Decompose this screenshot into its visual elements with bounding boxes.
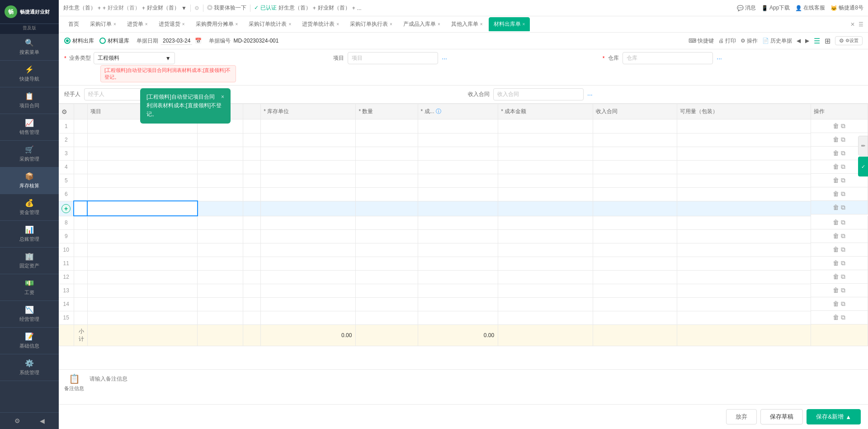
settings-gear[interactable]: ⚙ [194, 5, 199, 11]
save-new-button[interactable]: 保存&新增 ▲ [807, 409, 861, 424]
tab-close-material-out[interactable]: × [523, 22, 525, 27]
row-copy-btn[interactable]: ⧉ [841, 122, 845, 130]
row-copy-btn[interactable]: ⧉ [841, 136, 845, 143]
topbar-link-haoyecai[interactable]: + [103, 5, 106, 11]
tab-product-in[interactable]: 产成品入库单 × [398, 17, 445, 31]
topbar-link-gs2[interactable]: 好生意（首） [278, 4, 311, 12]
tab-list-btn[interactable]: ☰ [859, 21, 863, 28]
tab-close-purchase-stats[interactable]: × [288, 22, 291, 27]
warehouse-input[interactable]: 仓库 [623, 52, 713, 64]
income-contract-more-btn[interactable]: ··· [587, 91, 593, 98]
row-copy-btn[interactable]: ⧉ [841, 314, 845, 321]
row-delete-btn[interactable]: 🗑 [833, 190, 839, 198]
tab-close-incoming-return[interactable]: × [182, 22, 185, 27]
radio-material-out[interactable]: 材料出库 [64, 37, 94, 45]
collapse-icon[interactable]: ◀ [40, 417, 45, 424]
warehouse-more-btn[interactable]: ··· [717, 55, 722, 62]
row-copy-btn[interactable]: ⧉ [841, 286, 845, 294]
row-copy-btn[interactable]: ⧉ [841, 190, 845, 198]
message-btn[interactable]: 💬 消息 [737, 4, 756, 12]
row-delete-btn[interactable]: 🗑 [833, 176, 839, 184]
view-toggle-2[interactable]: ⊞ [825, 37, 830, 45]
income-contract-input[interactable]: 收入合同 [493, 88, 584, 100]
row-copy-btn[interactable]: ⧉ [841, 273, 845, 281]
sidebar-item-operations[interactable]: 📉 经营管理 [0, 301, 59, 328]
tab-purchase-stats[interactable]: 采购订单统计表 × [244, 17, 296, 31]
tab-purchase-exec[interactable]: 采购订单执行表 × [345, 17, 397, 31]
right-panel-edit-btn[interactable]: ✏ [858, 136, 868, 156]
tab-close-all[interactable]: ✕ [850, 21, 855, 28]
history-btn[interactable]: 📄 历史单据 [762, 37, 792, 45]
row-delete-btn[interactable]: 🗑 [833, 300, 839, 308]
row-delete-btn[interactable]: 🗑 [833, 122, 839, 130]
topbar-experience[interactable]: ◎ 我要体验一下 [207, 4, 246, 12]
row-copy-btn[interactable]: ⧉ [841, 300, 845, 308]
col-settings[interactable]: ⚙ [59, 104, 74, 119]
tab-other-in[interactable]: 其他入库单 × [446, 17, 488, 31]
topbar-link-more[interactable]: ... [357, 5, 362, 11]
topbar-link-hyc2[interactable]: 好业财（首） [318, 4, 350, 12]
tab-incoming[interactable]: 进货单 × [122, 17, 153, 31]
tab-close-product-in[interactable]: × [438, 22, 440, 27]
row-delete-btn[interactable]: 🗑 [833, 246, 839, 253]
save-draft-button[interactable]: 保存草稿 [760, 409, 803, 424]
tab-purchase-expense[interactable]: 采购费用分摊单 × [191, 17, 243, 31]
tab-close-purchase-expense[interactable]: × [236, 22, 238, 27]
sidebar-item-inventory[interactable]: 📦 库存核算 [0, 167, 59, 194]
settings-icon[interactable]: ⚙ [14, 417, 20, 424]
row-copy-btn[interactable]: ⧉ [841, 176, 845, 184]
notes-input[interactable] [88, 373, 863, 396]
row-copy-btn[interactable]: ⧉ [841, 204, 845, 211]
sidebar-item-system[interactable]: ⚙️ 系统管理 [0, 354, 59, 381]
sidebar-item-project[interactable]: 📋 项目合同 [0, 87, 59, 114]
tab-material-out[interactable]: 材料出库单 × [489, 17, 530, 31]
calendar-icon[interactable]: 📅 [195, 38, 202, 44]
row-delete-btn[interactable]: 🗑 [833, 219, 839, 226]
business-type-input[interactable]: 工程领料 ▼ [94, 52, 175, 64]
online-service-btn[interactable]: 👤 在线客服 [795, 4, 825, 12]
row-copy-btn[interactable]: ⧉ [841, 219, 845, 226]
sidebar-item-finance[interactable]: 💰 资金管理 [0, 194, 59, 221]
sidebar-item-salary[interactable]: 💵 工资 [0, 274, 59, 301]
nav-next-btn[interactable]: ▶ [805, 38, 809, 44]
row-delete-btn[interactable]: 🗑 [833, 204, 839, 211]
row-copy-btn[interactable]: ⧉ [841, 259, 845, 267]
sidebar-item-accounting[interactable]: 📊 总账管理 [0, 221, 59, 248]
tooltip-close-btn[interactable]: × [221, 93, 224, 101]
row-delete-btn[interactable]: 🗑 [833, 286, 839, 294]
topbar-dropdown[interactable]: ▼ [181, 5, 187, 11]
app-download-btn[interactable]: 📱 App下载 [761, 4, 790, 12]
tab-close-incoming-stats[interactable]: × [336, 22, 339, 27]
row-delete-btn[interactable]: 🗑 [833, 259, 839, 267]
row-copy-btn[interactable]: ⧉ [841, 149, 845, 157]
sidebar-item-assets[interactable]: 🏢 固定资产 [0, 248, 59, 274]
sidebar-item-quicknav[interactable]: ⚡ 快捷导航 [0, 61, 59, 87]
tab-purchase-order[interactable]: 采购订单 × [85, 17, 121, 31]
row-delete-btn[interactable]: 🗑 [833, 136, 839, 143]
sidebar-item-search[interactable]: 🔍 搜索菜单 [0, 34, 59, 61]
row-copy-btn[interactable]: ⧉ [841, 163, 845, 171]
tab-incoming-return[interactable]: 进货退货 × [154, 17, 190, 31]
user-avatar[interactable]: 🐱 畅捷通8号 [830, 4, 863, 12]
tab-incoming-stats[interactable]: 进货单统计表 × [297, 17, 344, 31]
col-gear-icon[interactable]: ⚙ [61, 108, 67, 115]
sidebar-item-sales[interactable]: 📈 销售管理 [0, 114, 59, 141]
topbar-link-yidaipei[interactable]: 好业财（首） [147, 4, 179, 12]
row-delete-btn[interactable]: 🗑 [833, 232, 839, 240]
tab-close-purchase-exec[interactable]: × [390, 22, 392, 27]
view-toggle-1[interactable]: ☰ [814, 37, 820, 45]
quickkey-btn[interactable]: ⌨ 快捷键 [689, 37, 714, 45]
project-input[interactable]: 项目 [348, 52, 438, 64]
project-more-btn[interactable]: ··· [442, 55, 447, 62]
sidebar-item-basic[interactable]: 📝 基础信息 [0, 328, 59, 354]
topbar-link-haoshengyi[interactable]: 好生意（首） [63, 4, 96, 12]
radio-material-return[interactable]: 材料退库 [99, 37, 129, 45]
row-delete-btn[interactable]: 🗑 [833, 273, 839, 281]
operation-btn[interactable]: ⚙ 操作 [741, 37, 758, 45]
tab-close-other-in[interactable]: × [480, 22, 483, 27]
add-row-btn[interactable]: + [61, 204, 71, 213]
right-panel-check-btn[interactable]: ✓ [858, 157, 868, 176]
row-copy-btn[interactable]: ⧉ [841, 246, 845, 253]
row-delete-btn[interactable]: 🗑 [833, 314, 839, 321]
cost-info-icon[interactable]: ⓘ [436, 108, 441, 114]
